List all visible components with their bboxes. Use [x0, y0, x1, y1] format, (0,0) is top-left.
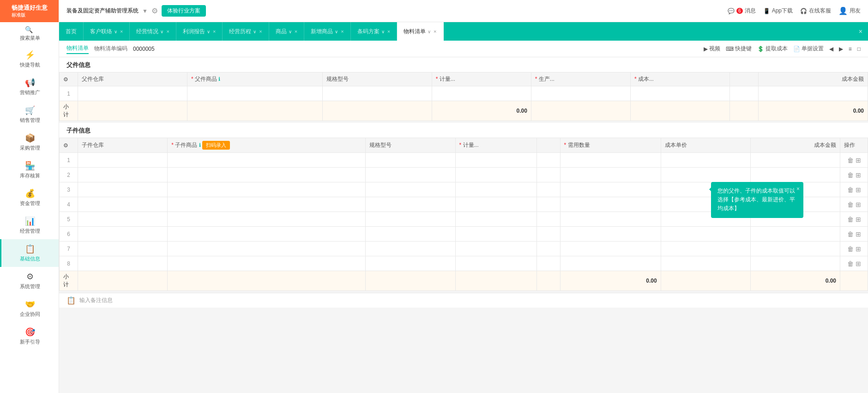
child-product-6[interactable] [168, 227, 366, 242]
child-warehouse-1[interactable] [78, 153, 168, 168]
note-placeholder[interactable]: 输入备注信息 [79, 296, 113, 304]
tab-ops-status-close[interactable]: × [166, 29, 169, 34]
delete-icon-2[interactable]: 🗑 [847, 171, 854, 179]
child-qty-2[interactable] [560, 168, 661, 182]
child-qty-8[interactable] [560, 256, 661, 271]
sub-tab-bom[interactable]: 物料清单 [66, 43, 89, 54]
child-product-1[interactable] [168, 153, 366, 168]
doc-settings-action[interactable]: 📄 单据设置 [793, 45, 824, 53]
child-product-7[interactable] [168, 242, 366, 256]
delete-icon-4[interactable]: 🗑 [847, 201, 854, 208]
copy-icon-3[interactable]: ⊞ [856, 186, 861, 193]
sidebar-item-marketing[interactable]: 📢 营销推广 [0, 73, 59, 101]
child-qty-6[interactable] [560, 227, 661, 242]
child-spec-1[interactable] [366, 153, 455, 168]
sidebar-item-system[interactable]: ⚙ 系统管理 [0, 267, 59, 295]
sidebar-item-sales[interactable]: 🛒 销售管理 [0, 101, 59, 128]
sidebar-item-enterprise[interactable]: 🤝 企业协同 [0, 295, 59, 322]
parent-warehouse-1[interactable] [78, 86, 187, 101]
user-item[interactable]: 👤 用友 [838, 6, 861, 15]
parent-col-settings[interactable]: ⚙ [60, 73, 78, 86]
child-warehouse-3[interactable] [78, 182, 168, 197]
child-qty-1[interactable] [560, 153, 661, 168]
prev-nav[interactable]: ◀ [829, 46, 833, 52]
tab-home[interactable]: 首页 [59, 22, 84, 41]
child-spec-8[interactable] [366, 256, 455, 271]
child-product-4[interactable] [168, 197, 366, 212]
child-unit-6[interactable] [455, 227, 536, 242]
sidebar-item-inventory[interactable]: 🏪 库存核算 [0, 156, 59, 184]
child-unit-cost-8[interactable] [661, 256, 750, 271]
child-spec-2[interactable] [366, 168, 455, 182]
sub-tab-bom-code[interactable]: 物料清单编码 [94, 44, 127, 54]
child-unit-3[interactable] [455, 182, 536, 197]
child-qty-7[interactable] [560, 242, 661, 256]
child-spec-4[interactable] [366, 197, 455, 212]
dropdown-icon[interactable]: ▼ [142, 8, 148, 14]
tab-goods[interactable]: 商品∨× [269, 22, 304, 41]
copy-icon-8[interactable]: ⊞ [856, 260, 861, 267]
child-spec-7[interactable] [366, 242, 455, 256]
tab-history-close[interactable]: × [259, 29, 262, 34]
delete-icon-5[interactable]: 🗑 [847, 216, 854, 223]
tab-goods-close[interactable]: × [295, 29, 297, 34]
tooltip-close[interactable]: × [796, 185, 800, 193]
tab-profit[interactable]: 利润报告∨× [176, 22, 223, 41]
tab-history[interactable]: 经营历程∨× [223, 22, 269, 41]
child-spec-6[interactable] [366, 227, 455, 242]
parent-cost-1[interactable] [630, 86, 729, 101]
child-product-8[interactable] [168, 256, 366, 271]
settings-icon[interactable]: ⚙ [151, 6, 158, 15]
sidebar-item-finance[interactable]: 💰 资金管理 [0, 184, 59, 212]
child-warehouse-4[interactable] [78, 197, 168, 212]
child-unit-5[interactable] [455, 212, 536, 227]
child-qty-4[interactable] [560, 197, 661, 212]
shortcut-action[interactable]: ⌨ 快捷键 [726, 45, 752, 53]
app-download-item[interactable]: 📱 App下载 [763, 7, 793, 15]
copy-icon-4[interactable]: ⊞ [856, 201, 861, 208]
tab-profit-close[interactable]: × [213, 29, 216, 34]
tab-customer[interactable]: 客户联络∨× [84, 22, 130, 41]
child-unit-cost-6[interactable] [661, 227, 750, 242]
list-view[interactable]: ≡ [849, 46, 852, 52]
child-unit-7[interactable] [455, 242, 536, 256]
sidebar-item-ops[interactable]: 📊 经营管理 [0, 212, 59, 239]
child-unit-4[interactable] [455, 197, 536, 212]
child-product-5[interactable] [168, 212, 366, 227]
sidebar-item-search[interactable]: 🔍 搜索菜单 [0, 22, 59, 45]
trial-button[interactable]: 体验行业方案 [162, 5, 206, 17]
child-unit-1[interactable] [455, 153, 536, 168]
delete-icon-1[interactable]: 🗑 [847, 157, 854, 164]
child-warehouse-7[interactable] [78, 242, 168, 256]
tab-ops-status[interactable]: 经营情况∨× [130, 22, 176, 41]
sidebar-item-basic[interactable]: 📋 基础信息 [0, 239, 59, 267]
child-warehouse-2[interactable] [78, 168, 168, 182]
sidebar-item-quick-nav[interactable]: ⚡ 快捷导航 [0, 45, 59, 73]
child-col-settings[interactable]: ⚙ [60, 138, 78, 153]
next-nav[interactable]: ▶ [839, 46, 843, 52]
scan-button[interactable]: 扫码录入 [202, 141, 230, 150]
child-spec-3[interactable] [366, 182, 455, 197]
extract-cost-action[interactable]: 💲 提取成本 [757, 45, 788, 53]
tab-bom-close[interactable]: × [434, 29, 436, 34]
tab-customer-close[interactable]: × [120, 29, 123, 34]
expand-view[interactable]: □ [857, 46, 861, 52]
tab-close-all[interactable]: × [853, 28, 868, 35]
child-qty-5[interactable] [560, 212, 661, 227]
delete-icon-6[interactable]: 🗑 [847, 230, 854, 238]
copy-icon-7[interactable]: ⊞ [856, 245, 861, 253]
sidebar-item-purchase[interactable]: 📦 采购管理 [0, 128, 59, 156]
parent-spec-1[interactable] [322, 86, 432, 101]
child-unit-8[interactable] [455, 256, 536, 271]
child-qty-3[interactable] [560, 182, 661, 197]
child-warehouse-5[interactable] [78, 212, 168, 227]
copy-icon-2[interactable]: ⊞ [856, 171, 861, 179]
video-action[interactable]: ▶ 视频 [704, 45, 720, 53]
child-warehouse-6[interactable] [78, 227, 168, 242]
message-item[interactable]: 💬 6 消息 [728, 7, 756, 15]
child-unit-2[interactable] [455, 168, 536, 182]
copy-icon-6[interactable]: ⊞ [856, 230, 861, 238]
copy-icon-1[interactable]: ⊞ [856, 157, 861, 164]
parent-production-1[interactable] [531, 86, 630, 101]
child-unit-cost-2[interactable] [661, 168, 750, 182]
